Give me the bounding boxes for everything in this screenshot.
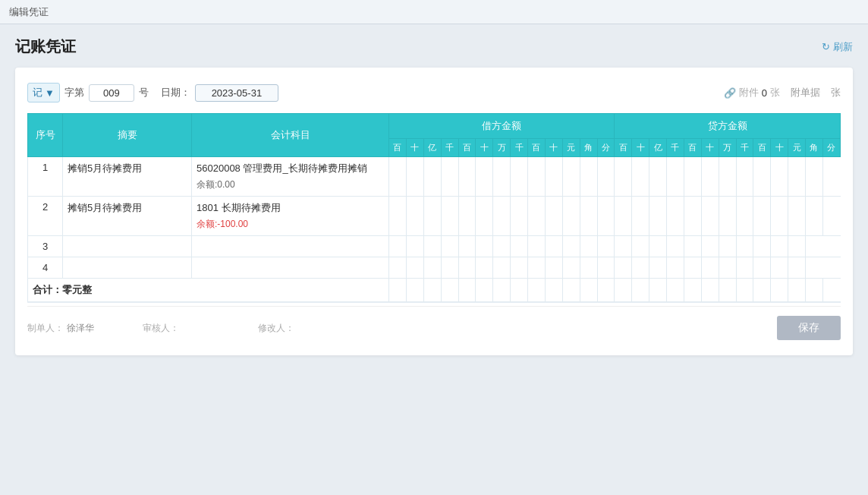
window-title-bar: 编辑凭证 [0, 0, 868, 24]
debit-shi1: 十 [406, 139, 423, 157]
summary-cell-4[interactable] [63, 257, 192, 279]
credit-jiao: 角 [806, 139, 823, 157]
subtotal-label: 合计： [33, 284, 62, 295]
refresh-icon: ↻ [822, 41, 830, 52]
account-cell-1[interactable]: 56020008 管理费用_长期待摊费用摊销 余额:0.00 [192, 157, 389, 197]
refresh-label: 刷新 [833, 40, 853, 54]
date-label: 日期： [161, 86, 190, 99]
attachment-label: 附件 [739, 86, 759, 99]
creator-field: 制单人： 徐泽华 [27, 322, 112, 335]
save-button[interactable]: 保存 [777, 316, 841, 340]
account-name-2: 1801 长期待摊费用 [197, 201, 384, 215]
subtotal-cell: 合计：零元整 [28, 279, 389, 302]
debit-shi3: 十 [545, 139, 562, 157]
debit-yi: 亿 [423, 139, 441, 157]
debit-bai2: 百 [458, 139, 476, 157]
balance-2: 余额:-100.00 [197, 218, 384, 231]
credit-yuan: 元 [788, 139, 806, 157]
credit-shi1: 十 [632, 139, 649, 157]
type-value: 记 [33, 86, 42, 99]
date-input[interactable] [195, 84, 278, 102]
subtotal-value: 零元整 [62, 284, 92, 295]
debit-bai1: 百 [389, 139, 407, 157]
date-group: 日期： [161, 84, 278, 102]
zhang-label: 张 [831, 86, 841, 99]
attachment-link[interactable]: 🔗 附件 0 张 [724, 86, 780, 99]
voucher-table: 序号 摘要 会计科目 借方金额 贷方金额 百 十 亿 千 百 十 万 千 百 十 [27, 113, 841, 302]
debit-fen: 分 [597, 139, 615, 157]
credit-yi: 亿 [649, 139, 667, 157]
credit-qian1: 千 [667, 139, 684, 157]
table-row: 2 摊销5月待摊费用 1801 长期待摊费用 余额:-100.00 [28, 197, 841, 236]
paperclip-icon: 🔗 [724, 87, 736, 99]
attachment-area: 🔗 附件 0 张 附单据 张 [724, 86, 841, 99]
modifier-field: 修改人： [258, 322, 343, 335]
reviewer-label: 审核人： [143, 322, 179, 335]
col-header-account: 会计科目 [192, 114, 389, 157]
hao-label: 号 [139, 86, 149, 99]
account-cell-2[interactable]: 1801 长期待摊费用 余额:-100.00 [192, 197, 389, 236]
credit-shi3: 十 [771, 139, 788, 157]
page-header: 记账凭证 ↻ 刷新 [15, 36, 853, 57]
table-row: 4 [28, 257, 841, 279]
seq-cell: 4 [28, 257, 63, 279]
account-cell-4[interactable] [192, 257, 389, 279]
voucher-meta-row: 记 ▼ 字第 号 日期： 🔗 附件 0 张 附单据 张 [27, 83, 841, 102]
reviewer-field: 审核人： [143, 322, 228, 335]
debit-qian1: 千 [441, 139, 458, 157]
seq-cell: 2 [28, 197, 63, 236]
type-dropdown[interactable]: 记 ▼ [27, 83, 60, 102]
reviewer-value [182, 322, 228, 335]
col-header-debit: 借方金额 [389, 114, 615, 139]
account-name-1: 56020008 管理费用_长期待摊费用摊销 [197, 162, 384, 175]
seq-cell: 1 [28, 157, 63, 197]
debit-shi2: 十 [476, 139, 493, 157]
col-header-summary: 摘要 [63, 114, 192, 157]
separator [27, 302, 841, 303]
dropdown-arrow-icon: ▼ [45, 87, 55, 99]
table-row: 1 摊销5月待摊费用 56020008 管理费用_长期待摊费用摊销 余额:0.0… [28, 157, 841, 197]
credit-bai1: 百 [615, 139, 632, 157]
summary-cell-3[interactable] [63, 236, 192, 257]
voucher-number-input[interactable] [89, 84, 134, 102]
credit-bai3: 百 [753, 139, 771, 157]
table-row: 3 [28, 236, 841, 257]
page-title: 记账凭证 [15, 36, 76, 57]
footer-row: 制单人： 徐泽华 审核人： 修改人： 保存 [27, 306, 841, 343]
window-title: 编辑凭证 [9, 5, 49, 19]
single-label: 附单据 [791, 86, 820, 99]
balance-1: 余额:0.00 [197, 178, 384, 191]
modifier-value [297, 322, 343, 335]
debit-qian2: 千 [511, 139, 528, 157]
attachment-unit: 张 [770, 86, 780, 99]
type-group: 记 ▼ 字第 号 [27, 83, 149, 102]
subtotal-row: 合计：零元整 [28, 279, 841, 302]
debit-jiao: 角 [580, 139, 597, 157]
account-cell-3[interactable] [192, 236, 389, 257]
modifier-label: 修改人： [258, 322, 294, 335]
debit-wan: 万 [493, 139, 511, 157]
debit-yuan: 元 [562, 139, 580, 157]
col-header-seq: 序号 [28, 114, 63, 157]
debit-bai3: 百 [528, 139, 546, 157]
refresh-button[interactable]: ↻ 刷新 [822, 40, 853, 54]
credit-qian2: 千 [736, 139, 753, 157]
credit-fen: 分 [822, 139, 840, 157]
col-header-credit: 贷方金额 [615, 114, 841, 139]
creator-value: 徐泽华 [67, 322, 112, 335]
seq-cell: 3 [28, 236, 63, 257]
voucher-card: 记 ▼ 字第 号 日期： 🔗 附件 0 张 附单据 张 [15, 68, 853, 355]
summary-cell-1[interactable]: 摊销5月待摊费用 [63, 157, 192, 197]
credit-shi2: 十 [701, 139, 719, 157]
credit-wan: 万 [719, 139, 736, 157]
attachment-count: 0 [762, 87, 767, 99]
main-area: 记账凭证 ↻ 刷新 记 ▼ 字第 号 日期： 🔗 [0, 24, 868, 495]
creator-label: 制单人： [27, 322, 64, 335]
zi-label: 字第 [64, 86, 84, 99]
credit-bai2: 百 [684, 139, 701, 157]
summary-cell-2[interactable]: 摊销5月待摊费用 [63, 197, 192, 236]
